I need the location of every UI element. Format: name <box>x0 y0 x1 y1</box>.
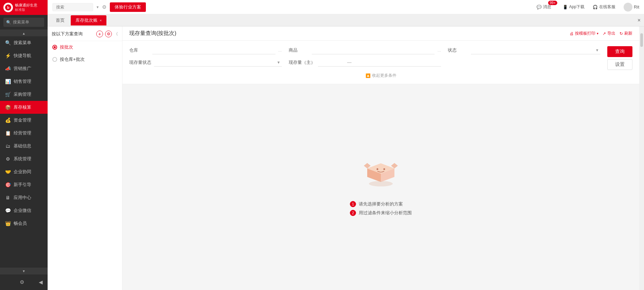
message-button[interactable]: 💬 消息 99+ <box>533 3 555 11</box>
empty-illustration <box>360 158 401 196</box>
tab-close-icon[interactable]: × <box>100 18 102 22</box>
sidebar-item-wechat[interactable]: 💬 企业微信 <box>0 204 48 217</box>
topbar-chevron-icon[interactable]: ▾ <box>97 5 99 10</box>
tab-home-label: 首页 <box>56 17 65 23</box>
export-button[interactable]: ↗ 导出 <box>603 31 615 36</box>
filter-form: 仓库 … 商品 … 状态 <box>122 41 639 84</box>
print-chevron-icon[interactable]: ▾ <box>597 32 598 35</box>
sidebar-item-sales-label: 销售管理 <box>14 78 31 85</box>
refresh-button[interactable]: ↻ 刷新 <box>620 31 632 36</box>
sidebar-item-app-center[interactable]: 🖥 应用中心 <box>0 191 48 204</box>
status-dropdown-icon: ▾ <box>596 48 598 53</box>
filter-radio-batch <box>52 45 57 50</box>
collab-icon: 🤝 <box>5 169 11 175</box>
tab-inventory-batch[interactable]: 库存批次账 × <box>71 15 106 25</box>
sidebar-item-operation[interactable]: 📋 经营管理 <box>0 127 48 140</box>
experience-btn[interactable]: 体验行业方案 <box>110 2 146 12</box>
warehouse-label: 仓库 <box>129 47 150 53</box>
stock-qty-dash: — <box>347 60 352 65</box>
tab-home[interactable]: 首页 <box>51 15 69 25</box>
content-area: 按以下方案查询 + ⚙ 《 按批次 按仓库+批次 现存量查询(按批次) <box>48 26 644 290</box>
set-button[interactable]: 设置 <box>607 59 632 70</box>
stock-qty-min-input[interactable] <box>318 58 345 66</box>
service-label: 在线客服 <box>599 4 615 10</box>
app-version: 标准版 <box>15 7 37 12</box>
app-logo: b <box>3 3 13 12</box>
sidebar-item-members[interactable]: 👑 畅会员 <box>0 217 48 230</box>
filter-item-warehouse-batch[interactable]: 按仓库+批次 <box>48 53 122 66</box>
scrollbar-thumb[interactable] <box>640 33 643 47</box>
svg-point-5 <box>384 168 385 170</box>
stock-qty-label: 现存量（主） <box>289 59 315 66</box>
filter-panel-collapse-icon[interactable]: 《 <box>114 31 118 37</box>
warehouse-input[interactable] <box>152 46 275 54</box>
form-action-buttons: 查询 设置 <box>607 46 632 70</box>
filter-row-2: 现存量状态 ▾ 现存量（主） <box>129 58 600 67</box>
sidebar-scroll-down[interactable]: ▼ <box>0 268 48 274</box>
sidebar-item-purchase[interactable]: 🛒 采购管理 <box>0 88 48 101</box>
sidebar-item-collab-label: 企业协同 <box>14 169 31 175</box>
stock-qty-field: 现存量（主） — <box>289 58 441 67</box>
export-label: 导出 <box>607 31 615 36</box>
filter-panel: 按以下方案查询 + ⚙ 《 按批次 按仓库+批次 <box>48 26 122 290</box>
search-menu-button[interactable]: 🔍 搜索菜单 <box>3 18 44 27</box>
sidebar-item-quick-nav-label: 快捷导航 <box>14 53 31 59</box>
status-field: 状态 ▾ <box>448 46 600 54</box>
instruction-text-1: 请先选择要分析的方案 <box>359 201 403 207</box>
page-title: 现存量查询(按批次) <box>129 30 176 37</box>
filter-add-button[interactable]: + <box>96 31 103 37</box>
main-area: ▾ ⚙ 体验行业方案 💬 消息 99+ 📱 App下载 🎧 在线客服 Rit 首… <box>48 0 644 290</box>
marketing-icon: 📣 <box>5 66 11 72</box>
service-button[interactable]: 🎧 在线客服 <box>593 4 615 10</box>
stock-qty-max-input[interactable] <box>354 58 381 66</box>
sidebar-collapse-button[interactable]: ◀ <box>39 279 43 285</box>
filter-gear-button[interactable]: ⚙ <box>105 31 112 37</box>
sidebar-item-system[interactable]: ⚙ 系统管理 <box>0 152 48 165</box>
system-icon: ⚙ <box>5 156 11 162</box>
empty-instructions: 1 请先选择要分析的方案 2 用过滤条件来缩小分析范围 <box>350 201 412 216</box>
status-select[interactable]: ▾ <box>471 46 600 54</box>
topbar-gear-icon[interactable]: ⚙ <box>102 4 106 10</box>
filter-radio-warehouse-batch <box>52 57 57 62</box>
product-input[interactable] <box>312 46 435 54</box>
warehouse-dots-icon[interactable]: … <box>278 48 282 52</box>
page-actions: 🖨 按模板打印 ▾ ↗ 导出 ↻ 刷新 <box>570 31 632 36</box>
scrollbar-area <box>639 26 644 290</box>
app-download-button[interactable]: 📱 App下载 <box>563 4 584 10</box>
quick-nav-icon: ⚡ <box>5 53 11 59</box>
refresh-label: 刷新 <box>624 31 632 36</box>
product-dots-icon[interactable]: … <box>437 48 441 52</box>
sidebar-item-collab[interactable]: 🤝 企业协同 <box>0 165 48 178</box>
sidebar-item-quick-nav[interactable]: ⚡ 快捷导航 <box>0 49 48 62</box>
query-button[interactable]: 查询 <box>607 46 632 57</box>
settings-button[interactable]: ⚙ <box>5 278 39 287</box>
sidebar-header: b 畅康通好生意 标准版 <box>0 0 48 15</box>
product-label: 商品 <box>289 47 309 53</box>
sidebar-item-basic-info[interactable]: 🗂 基础信息 <box>0 140 48 152</box>
sidebar-item-marketing[interactable]: 📣 营销推广 <box>0 62 48 75</box>
print-label: 按模板打印 <box>575 31 595 36</box>
inventory-icon: 📦 <box>5 104 11 110</box>
app-download-label: App下载 <box>569 4 584 10</box>
user-button[interactable]: Rit <box>624 3 639 12</box>
stock-status-dropdown-icon: ▾ <box>277 60 280 65</box>
stock-qty-range: — <box>318 58 441 67</box>
sidebar-item-inventory[interactable]: 📦 库存核算 <box>0 101 48 114</box>
topbar-search-input[interactable] <box>52 3 93 11</box>
app-name: 畅康通好生意 <box>15 3 37 7</box>
sidebar-item-search[interactable]: 🔍 搜索菜单 <box>0 36 48 49</box>
collapse-bar[interactable]: 🔼 收起更多条件 <box>129 71 632 80</box>
main-content: 现存量查询(按批次) 🖨 按模板打印 ▾ ↗ 导出 ↻ 刷新 <box>122 26 639 290</box>
stock-status-select[interactable]: ▾ <box>154 58 282 67</box>
sidebar-item-guide[interactable]: 🎯 新手引导 <box>0 178 48 191</box>
sidebar-item-wechat-label: 企业微信 <box>14 207 31 214</box>
warehouse-field: 仓库 … <box>129 46 282 54</box>
tab-inventory-batch-label: 库存批次账 <box>75 17 98 23</box>
print-button[interactable]: 🖨 按模板打印 ▾ <box>570 31 598 36</box>
sidebar-scroll-up[interactable]: ▲ <box>0 30 48 36</box>
sidebar-item-sales[interactable]: 📊 销售管理 <box>0 75 48 88</box>
filter-item-batch[interactable]: 按批次 <box>48 41 122 53</box>
tab-bar-close-button[interactable]: × <box>638 17 641 23</box>
sidebar-item-finance[interactable]: 💰 资金管理 <box>0 114 48 127</box>
user-name: Rit <box>634 4 639 10</box>
